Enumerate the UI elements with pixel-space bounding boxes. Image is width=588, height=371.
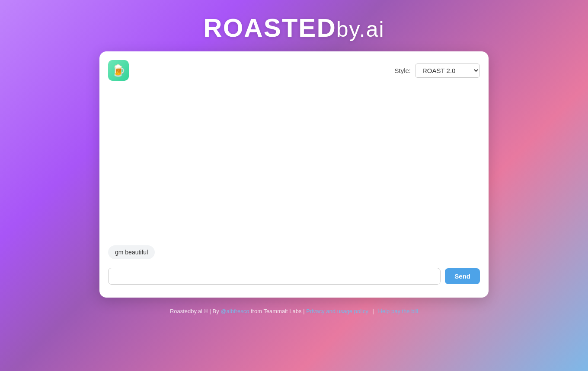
footer: Roastedby.ai © | By @albfresco from Team…	[170, 308, 418, 314]
main-card: 🍺 Style: ROAST 2.0 ROAST 1.0 GENTLE BRUT…	[99, 51, 489, 298]
footer-author-link[interactable]: @albfresco	[220, 308, 249, 314]
title-main: ROASTED	[203, 13, 336, 42]
footer-sep: |	[373, 308, 374, 314]
send-button[interactable]: Send	[445, 268, 480, 284]
style-selector: Style: ROAST 2.0 ROAST 1.0 GENTLE BRUTAL	[394, 63, 480, 78]
logo-emoji: 🍺	[112, 64, 125, 77]
chat-area: gm beautiful Send	[108, 85, 480, 289]
footer-bill-link[interactable]: Help pay the bill	[378, 308, 419, 314]
chat-input[interactable]	[108, 268, 441, 285]
style-label: Style:	[394, 67, 411, 74]
title-suffix: by.ai	[336, 17, 385, 41]
input-row: Send	[108, 268, 480, 285]
logo-icon: 🍺	[108, 60, 129, 81]
footer-privacy-link[interactable]: Privacy and usage policy	[306, 308, 368, 314]
style-select[interactable]: ROAST 2.0 ROAST 1.0 GENTLE BRUTAL	[415, 63, 480, 78]
card-header: 🍺 Style: ROAST 2.0 ROAST 1.0 GENTLE BRUT…	[108, 60, 480, 81]
page-header: ROASTEDby.ai	[203, 13, 384, 43]
site-title: ROASTEDby.ai	[203, 13, 384, 43]
footer-copyright: Roastedby.ai © | By	[170, 308, 219, 314]
suggestion-chip[interactable]: gm beautiful	[108, 245, 155, 259]
footer-from-text: from Teammait Labs |	[251, 308, 305, 314]
